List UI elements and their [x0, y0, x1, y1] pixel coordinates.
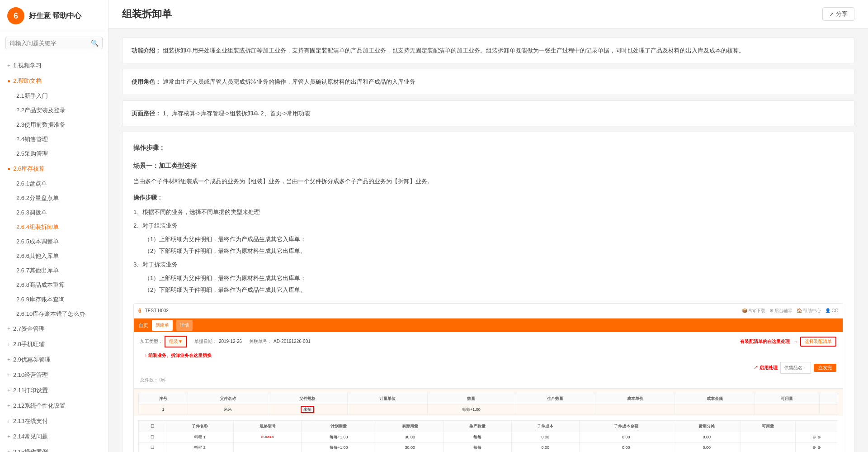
sidebar-item-2-9[interactable]: + 2.9优惠券管理 — [0, 352, 108, 367]
mock-upper-td-seq: 1 — [139, 404, 188, 415]
mock-type-value[interactable]: 组装▼ — [165, 336, 187, 347]
sidebar-item-2-6-7[interactable]: 2.6.7其他出库单 — [0, 263, 108, 278]
func-intro-block: 功能介绍： 组装拆卸单用来处理企业组装或拆卸等加工业务，支持有固定装配清单的产品… — [122, 38, 854, 63]
mock-titlebar: 6 TEST-H002 📦 App下载 ⚙ 后台辅导 🏠 帮助中心 👤 CC — [134, 304, 843, 319]
mock-lower-th-9: 可用量 — [741, 421, 795, 432]
table-row: ☐ 料程 2 每每+1.00 30.00 每每 0.00 0.00 0.00 — [139, 442, 838, 452]
mock-lower-th-8: 费用分摊 — [673, 421, 741, 432]
sidebar-item-video[interactable]: + 1.视频学习 — [0, 58, 108, 73]
sidebar-item-2-6-6[interactable]: 2.6.6其他入库单 — [0, 249, 108, 263]
sidebar-item-label-2-7: 2.7资金管理 — [13, 325, 45, 333]
sidebar-item-2-11[interactable]: + 2.11打印设置 — [0, 383, 108, 398]
mock-lower-th-3: 计划用量 — [302, 421, 376, 432]
sidebar-item-2-3[interactable]: 2.3使用前数据准备 — [0, 118, 108, 132]
step2: 2、对于组装业务 — [133, 220, 843, 232]
mock-form: 加工类型： 组装▼ 单据日期： 2019-12-26 关联单号： AD-2019… — [134, 332, 843, 389]
sidebar-item-2-6-8[interactable]: 2.6.8商品成本重算 — [0, 278, 108, 292]
share-icon: ↗ — [829, 11, 834, 18]
sidebar-item-2-12[interactable]: + 2.12系统个性化设置 — [0, 398, 108, 414]
sidebar-item-2-6-4[interactable]: 2.6.4组装拆卸单 — [0, 220, 108, 234]
mock-nav-bar: 自页 新建单 详情 — [134, 319, 843, 332]
mock-upper-table: 序号 父件名称 父件规格 计量单位 数量 生产数量 成本单价 成本金额 可用量 — [138, 393, 838, 415]
annotation-text-3: ↗ 启用处理 — [754, 363, 778, 372]
sidebar-item-label-2-11: 2.11打印设置 — [13, 386, 48, 395]
sidebar-item-label-2-9: 2.9优惠券管理 — [13, 356, 51, 364]
mock-title: TEST-H002 — [145, 306, 169, 315]
sidebar-item-2-1[interactable]: 2.1新手入门 — [0, 89, 108, 103]
lower-td-plan-2: 每每+1.00 — [302, 442, 376, 452]
sidebar-item-2-6[interactable]: ● 2.6库存核算 — [0, 161, 108, 176]
search-input[interactable] — [9, 40, 91, 47]
sidebar-item-2-13[interactable]: + 2.13在线支付 — [0, 414, 108, 429]
mock-upper-th-4: 计量单位 — [348, 393, 428, 404]
role-block: 使用角色： 通常由生产人员或库管人员完成拆装业务的操作，库管人员确认原材料的出库… — [122, 69, 854, 95]
content-area: 功能介绍： 组装拆卸单用来处理企业组装或拆卸等加工业务，支持有固定装配清单的产品… — [108, 29, 868, 452]
mock-upper-td-amount — [675, 404, 755, 415]
sidebar-item-2-6-2[interactable]: 2.6.2分量盘点单 — [0, 191, 108, 205]
mock-upper-td-unit — [348, 404, 428, 415]
sidebar-item-2-5[interactable]: 2.5采购管理 — [0, 147, 108, 161]
step1: 1、根据不同的业务，选择不同单据的类型来处理 — [133, 206, 843, 218]
steps-block: 操作步骤： 场景一：加工类型选择 当由多个子件材料组装成一个成品的业务为【组装】… — [122, 132, 854, 452]
path-text: 1、库存核算->库存管理->组装拆卸单 2、首页->常用功能 — [163, 110, 311, 117]
sidebar-item-2-7[interactable]: + 2.7资金管理 — [0, 321, 108, 337]
mock-type-field: 加工类型： 组装▼ — [140, 336, 187, 347]
func-intro-label: 功能介绍： — [132, 47, 161, 54]
mock-tab-new[interactable]: 新建单 — [152, 320, 173, 331]
mock-upper-td-spec: 米拍 — [268, 404, 348, 415]
sidebar-item-2-6-3[interactable]: 2.6.3调拨单 — [0, 205, 108, 220]
sidebar-item-docs[interactable]: ● 2.帮助文档 — [0, 73, 108, 89]
sidebar-item-2-8[interactable]: + 2.8手机旺辅 — [0, 337, 108, 352]
mock-enable-label: 供需品名： — [784, 365, 807, 370]
share-button[interactable]: ↗ 分享 — [822, 7, 854, 21]
mock-tab-detail[interactable]: 详情 — [176, 320, 193, 331]
mock-lower-th-7: 子件成本金额 — [579, 421, 673, 432]
func-intro-text: 组装拆卸单用来处理企业组装或拆卸等加工业务，支持有固定装配清单的产品加工业务，也… — [163, 47, 745, 54]
mock-qty-value: 0件 — [160, 377, 167, 382]
step3-sub1: （1）上部明细为父件明细，最终作为原材料生成其它出库单； — [133, 272, 843, 284]
mock-upper-th-5: 数量 — [427, 393, 515, 404]
mock-qty-label: 总件数： — [140, 377, 158, 382]
sidebar-item-2-2[interactable]: 2.2产品安装及登录 — [0, 103, 108, 118]
sidebar-item-2-4[interactable]: 2.4销售管理 — [0, 132, 108, 147]
sidebar-item-label-2-14: 2.14常见问题 — [13, 433, 48, 441]
mock-upper-td-qty: 每每+1.00 — [427, 404, 515, 415]
mock-upper-section: 序号 父件名称 父件规格 计量单位 数量 生产数量 成本单价 成本金额 可用量 — [134, 389, 843, 416]
sidebar-item-2-15[interactable]: + 2.15操作案例 — [0, 444, 108, 452]
mock-upper-td-cost — [595, 404, 675, 415]
mock-lower-th-check: ☐ — [139, 421, 166, 432]
lower-td-plan-1: 每每+1.00 — [302, 432, 376, 442]
role-text: 通常由生产人员或库管人员完成拆装业务的操作，库管人员确认原材料的出库和产成品的入… — [163, 78, 415, 85]
mock-upper-th-8: 成本金额 — [675, 393, 755, 404]
role-label: 使用角色： — [132, 78, 161, 85]
mock-ok-btn[interactable]: 立发完 — [814, 364, 836, 372]
search-icon[interactable]: 🔍 — [91, 39, 99, 47]
lower-td-actual-2: 30.00 — [376, 442, 444, 452]
sidebar-item-2-6-1[interactable]: 2.6.1盘点单 — [0, 176, 108, 191]
lower-td-alloc-2: 0.00 — [673, 442, 741, 452]
lower-td-amount-2: 0.00 — [579, 442, 673, 452]
mock-process-btn[interactable]: 选择装配清单 — [800, 337, 836, 347]
sidebar-item-2-10[interactable]: + 2.10经营管理 — [0, 367, 108, 383]
mock-date-value: 2019-12-26 — [219, 337, 242, 346]
mock-lower-th-10 — [795, 421, 838, 432]
sidebar-item-2-6-9[interactable]: 2.6.9库存账本查询 — [0, 292, 108, 307]
mock-lower-th-2: 规格型号 — [234, 421, 302, 432]
mock-nav-home[interactable]: 自页 — [138, 320, 148, 330]
mock-upper-td-action — [819, 404, 838, 415]
lower-td-produce-1: 每每 — [444, 432, 512, 442]
sidebar-item-2-14[interactable]: + 2.14常见问题 — [0, 429, 108, 444]
screenshot-container: 6 TEST-H002 📦 App下载 ⚙ 后台辅导 🏠 帮助中心 👤 CC 自… — [133, 303, 843, 452]
sidebar-item-label-docs: 2.帮助文档 — [13, 77, 42, 85]
ops-title: 操作步骤： — [133, 141, 843, 154]
sidebar-item-label-2-8: 2.8手机旺辅 — [13, 340, 45, 348]
search-box[interactable]: 🔍 — [5, 37, 103, 49]
sidebar-item-2-6-10[interactable]: 2.6.10库存账本错了怎么办 — [0, 307, 108, 321]
sidebar-item-label-2-12: 2.12系统个性化设置 — [13, 402, 66, 410]
step3-sub2: （2）下部明细为子件明细，最终作为产成品生成其它入库单。 — [133, 284, 843, 296]
expand-icon-2-12: + — [7, 403, 10, 409]
lower-td-produce-2: 每每 — [444, 442, 512, 452]
lower-td-amount-1: 0.00 — [579, 432, 673, 442]
annotation-text-1: 有装配清单的在这里处理 — [740, 337, 790, 346]
sidebar-item-2-6-5[interactable]: 2.6.5成本调整单 — [0, 234, 108, 249]
